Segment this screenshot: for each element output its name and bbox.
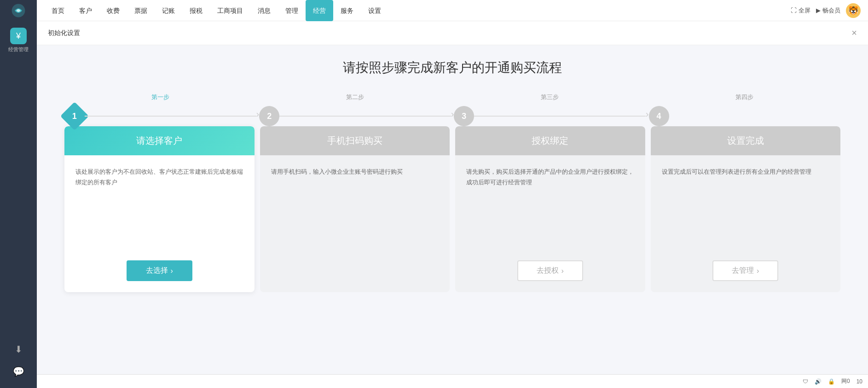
nav-message[interactable]: 消息 bbox=[250, 0, 278, 21]
chat-icon[interactable]: 💬 bbox=[9, 362, 28, 381]
card1-footer: 去选择 › bbox=[64, 255, 255, 292]
nav-fee[interactable]: 收费 bbox=[99, 0, 127, 21]
card3-header: 授权绑定 bbox=[455, 126, 645, 155]
nav-home[interactable]: 首页 bbox=[44, 0, 72, 21]
network-status: 网0 bbox=[841, 377, 850, 385]
go-manage-button[interactable]: 去管理 › bbox=[712, 260, 778, 281]
cards-row: 请选择客户 该处展示的客户为不在回收站、客户状态正常建账后完成老板端绑定的所有客… bbox=[55, 126, 850, 301]
main-content: 初始化设置 × 请按照步骤完成新客户的开通购买流程 第一步 1 bbox=[37, 21, 868, 374]
nav-account[interactable]: 记账 bbox=[155, 0, 182, 21]
step3-circle: 3 bbox=[454, 106, 474, 126]
signal-status: 10 bbox=[856, 378, 862, 385]
nav-operation[interactable]: 经营 bbox=[306, 0, 333, 21]
avatar[interactable]: 🐯 bbox=[846, 3, 861, 18]
fullscreen-button[interactable]: ⛶ 全屏 bbox=[791, 6, 810, 15]
sidebar-logo bbox=[0, 0, 37, 21]
step2-label: 第二步 bbox=[346, 93, 364, 101]
nav-tax[interactable]: 报税 bbox=[182, 0, 210, 21]
step-card-1: 请选择客户 该处展示的客户为不在回收站、客户状态正常建账后完成老板端绑定的所有客… bbox=[64, 126, 255, 292]
step-card-3: 授权绑定 请先购买，购买后选择开通的产品中的企业用户进行授权绑定，成功后即可进行… bbox=[455, 126, 645, 292]
status-bar: ▶ 完成 🛡 🔊 🔒 网0 10 bbox=[0, 374, 868, 388]
download-icon[interactable]: ⬇ bbox=[9, 340, 28, 359]
speaker-status-icon: 🔊 bbox=[815, 378, 822, 385]
nav-client[interactable]: 客户 bbox=[72, 0, 99, 21]
close-button[interactable]: × bbox=[851, 28, 857, 38]
step-card-2: 手机扫码购买 请用手机扫码，输入小微企业主账号密码进行购买 bbox=[260, 126, 450, 292]
card2-footer bbox=[260, 276, 450, 292]
go-authorize-button[interactable]: 去授权 › bbox=[517, 260, 583, 281]
page-header: 初始化设置 × bbox=[37, 21, 868, 45]
step1-label: 第一步 bbox=[151, 93, 169, 101]
breadcrumb: 初始化设置 bbox=[48, 29, 80, 37]
content-area: 请按照步骤完成新客户的开通购买流程 第一步 1 › bbox=[37, 45, 868, 315]
nav-settings[interactable]: 设置 bbox=[361, 0, 388, 21]
lock-status-icon: 🔒 bbox=[828, 378, 835, 385]
status-right: 🛡 🔊 🔒 网0 10 bbox=[803, 377, 862, 385]
top-nav: 首页 客户 收费 票据 记账 报税 工商项目 消息 管理 经营 服务 设置 ⛶ … bbox=[37, 0, 868, 21]
go-select-button[interactable]: 去选择 › bbox=[127, 260, 192, 281]
sidebar-bottom: ⬇ 💬 bbox=[0, 340, 37, 388]
nav-bill[interactable]: 票据 bbox=[127, 0, 155, 21]
vip-button[interactable]: ▶ 畅会员 bbox=[816, 6, 840, 15]
nav-right: ⛶ 全屏 ▶ 畅会员 🐯 bbox=[791, 3, 861, 18]
sidebar-item-jingying[interactable]: ¥ 经营管理 bbox=[0, 21, 37, 59]
step3-label: 第三步 bbox=[541, 93, 559, 101]
play-icon: ▶ bbox=[816, 7, 821, 14]
card3-footer: 去授权 › bbox=[455, 255, 645, 292]
sidebar-item-label: 经营管理 bbox=[8, 46, 29, 53]
arrow2-icon: › bbox=[451, 109, 454, 119]
nav-service[interactable]: 服务 bbox=[333, 0, 361, 21]
arrow3-icon: › bbox=[646, 109, 649, 119]
yuan-icon: ¥ bbox=[10, 28, 27, 44]
nav-manage[interactable]: 管理 bbox=[278, 0, 306, 21]
step2-circle: 2 bbox=[259, 106, 279, 126]
card1-body: 该处展示的客户为不在回收站、客户状态正常建账后完成老板端绑定的所有客户 bbox=[64, 155, 255, 255]
nav-business[interactable]: 工商项目 bbox=[210, 0, 250, 21]
step-card-4: 设置完成 设置完成后可以在管理列表进行所有企业用户的经营管理 去管理 › bbox=[651, 126, 841, 292]
card4-footer: 去管理 › bbox=[651, 255, 841, 292]
arrow1-icon: › bbox=[256, 109, 260, 119]
sidebar: ¥ 经营管理 ⬇ 💬 bbox=[0, 0, 37, 388]
fullscreen-icon: ⛶ bbox=[791, 7, 797, 14]
step4-circle: 4 bbox=[649, 106, 669, 126]
card2-header: 手机扫码购买 bbox=[260, 126, 450, 155]
shield-status-icon: 🛡 bbox=[803, 378, 808, 385]
card2-body: 请用手机扫码，输入小微企业主账号密码进行购买 bbox=[260, 155, 450, 276]
card3-body: 请先购买，购买后选择开通的产品中的企业用户进行授权绑定，成功后即可进行经营管理 bbox=[455, 155, 645, 255]
card4-header: 设置完成 bbox=[651, 126, 841, 155]
card1-header: 请选择客户 bbox=[64, 126, 255, 155]
card4-body: 设置完成后可以在管理列表进行所有企业用户的经营管理 bbox=[651, 155, 841, 255]
step4-label: 第四步 bbox=[735, 93, 753, 101]
page-title: 请按照步骤完成新客户的开通购买流程 bbox=[55, 59, 850, 76]
